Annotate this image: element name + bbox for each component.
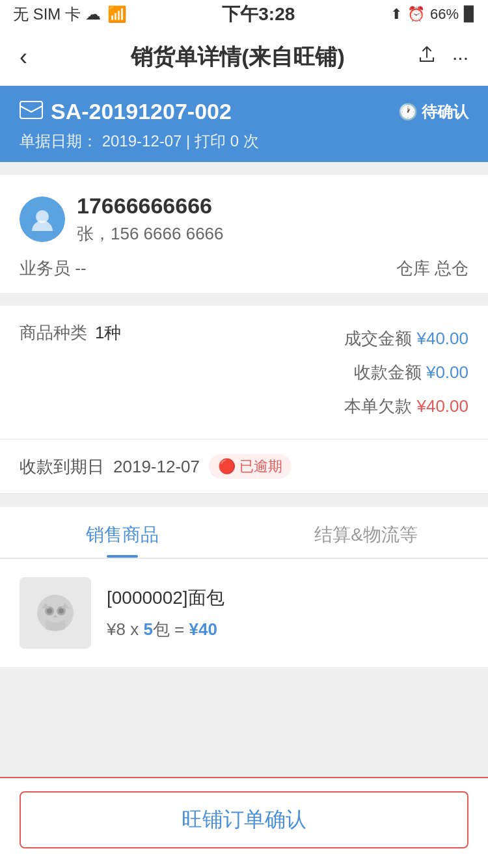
order-id-left: SA-20191207-002 — [20, 99, 232, 124]
confirm-button-wrap: 旺铺订单确认 — [0, 777, 488, 868]
due-date-value: 2019-12-07 — [113, 457, 200, 477]
status-right: ⬆ ⏰ 66% ▉ — [390, 6, 475, 23]
battery-percent: 66% — [430, 6, 459, 23]
tab-settlement-logistics[interactable]: 结算&物流等 — [244, 507, 488, 558]
status-clock-icon: 🕐 — [398, 103, 418, 121]
svg-rect-0 — [20, 102, 42, 118]
order-date-value: 2019-12-07 — [102, 132, 182, 150]
due-date-section: 收款到期日 2019-12-07 🔴 已逾期 — [0, 440, 488, 494]
due-date-label: 收款到期日 — [20, 455, 104, 478]
order-header-banner: SA-20191207-002 🕐 待确认 单据日期： 2019-12-07 |… — [0, 86, 488, 162]
product-unit: 包 — [153, 619, 170, 639]
order-print-info: | 打印 0 次 — [186, 132, 259, 150]
svg-point-5 — [47, 608, 52, 614]
order-id-row: SA-20191207-002 🕐 待确认 — [20, 99, 468, 124]
owed-value: ¥40.00 — [416, 396, 468, 416]
status-text: 待确认 — [422, 102, 468, 122]
status-left: 无 SIM 卡 ☁ 📶 — [13, 4, 127, 25]
nav-actions: ··· — [417, 45, 468, 69]
product-thumbnail — [20, 577, 91, 649]
alarm-icon: ⏰ — [407, 6, 425, 23]
product-title: 面包 — [188, 588, 224, 608]
back-button[interactable]: ‹ — [20, 44, 59, 71]
product-info: [0000002]面包 ¥8 x 5包 = ¥40 — [107, 586, 468, 641]
product-total: ¥40 — [189, 619, 217, 639]
sales-info: 业务员 -- — [20, 257, 87, 280]
location-icon: ⬆ — [390, 6, 402, 23]
product-type-label: 商品种类 — [20, 321, 87, 344]
order-icon — [20, 99, 43, 124]
svg-point-6 — [59, 608, 64, 614]
warehouse-name: 总仓 — [435, 258, 468, 278]
product-code: [0000002] — [107, 588, 188, 608]
collected-label: 收款金额 — [354, 362, 422, 382]
summary-section: 商品种类 1种 成交金额 ¥40.00 收款金额 ¥0.00 本单欠款 ¥40.… — [0, 306, 488, 439]
order-id-text: SA-20191207-002 — [51, 99, 232, 124]
order-date-label: 单据日期： — [20, 132, 98, 150]
wifi-icon: 📶 — [107, 5, 127, 23]
multiply-symbol: x — [130, 619, 143, 639]
sim-label: 无 SIM 卡 ☁ — [13, 4, 101, 25]
battery-icon: ▉ — [464, 6, 475, 23]
page-title: 销货单详情(来自旺铺) — [131, 42, 345, 72]
status-bar: 无 SIM 卡 ☁ 📶 下午3:28 ⬆ ⏰ 66% ▉ — [0, 0, 488, 29]
status-time: 下午3:28 — [222, 2, 295, 27]
amount-value: ¥40.00 — [416, 329, 468, 348]
owed-row: 本单欠款 ¥40.00 — [344, 389, 468, 423]
meta-row: 业务员 -- 仓库 总仓 — [20, 257, 468, 280]
warehouse-label: 仓库 — [396, 258, 430, 278]
amounts: 成交金额 ¥40.00 收款金额 ¥0.00 本单欠款 ¥40.00 — [344, 321, 468, 423]
order-date-row: 单据日期： 2019-12-07 | 打印 0 次 — [20, 131, 468, 152]
product-type: 商品种类 1种 — [20, 321, 121, 344]
overdue-badge: 🔴 已逾期 — [209, 454, 291, 479]
customer-name: 张，156 6666 6666 — [77, 223, 224, 245]
product-name: [0000002]面包 — [107, 586, 468, 610]
tabs-bar: 销售商品 结算&物流等 — [0, 507, 488, 559]
amount-label: 成交金额 — [344, 329, 412, 348]
customer-section: 17666666666 张，156 6666 6666 业务员 -- 仓库 总仓 — [0, 175, 488, 293]
tab-sales-products[interactable]: 销售商品 — [0, 507, 244, 558]
sales-dash: -- — [75, 258, 86, 278]
product-type-value: 1种 — [95, 321, 121, 344]
product-list: [0000002]面包 ¥8 x 5包 = ¥40 — [0, 559, 488, 668]
confirm-order-button[interactable]: 旺铺订单确认 — [20, 791, 468, 848]
product-item: [0000002]面包 ¥8 x 5包 = ¥40 — [0, 559, 488, 668]
amount-row: 成交金额 ¥40.00 — [344, 321, 468, 355]
overdue-icon: 🔴 — [218, 458, 236, 475]
product-price: ¥8 — [107, 619, 126, 639]
product-quantity: 5 — [143, 619, 152, 639]
sales-label: 业务员 — [20, 258, 70, 278]
product-price-row: ¥8 x 5包 = ¥40 — [107, 618, 468, 641]
overdue-text: 已逾期 — [239, 457, 282, 476]
avatar — [20, 197, 65, 242]
share-icon[interactable] — [417, 45, 437, 69]
order-status: 🕐 待确认 — [398, 102, 468, 122]
collected-row: 收款金额 ¥0.00 — [344, 355, 468, 389]
owed-label: 本单欠款 — [344, 396, 412, 416]
equals-symbol: = — [174, 619, 189, 639]
nav-bar: ‹ 销货单详情(来自旺铺) ··· — [0, 29, 488, 86]
customer-row: 17666666666 张，156 6666 6666 — [20, 193, 468, 245]
customer-details: 17666666666 张，156 6666 6666 — [77, 193, 224, 245]
more-icon[interactable]: ··· — [452, 46, 468, 68]
warehouse-info: 仓库 总仓 — [396, 257, 468, 280]
collected-value: ¥0.00 — [426, 362, 468, 382]
customer-phone: 17666666666 — [77, 193, 224, 219]
